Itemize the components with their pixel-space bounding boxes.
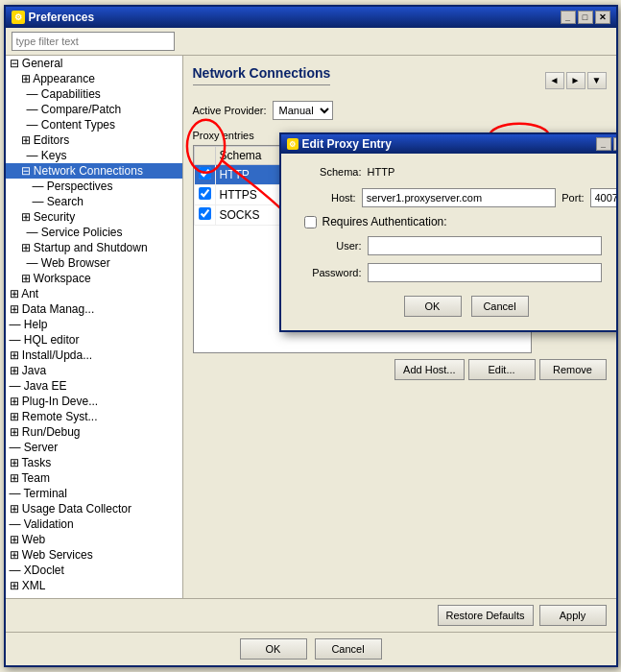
- dialog-schema-label: Schema:: [295, 166, 362, 178]
- main-content: ⊟ General ⊞ Appearance — Capabilities — …: [6, 56, 616, 598]
- sidebar-item-team[interactable]: ⊞ Team: [6, 470, 182, 486]
- dialog-auth-row: Requires Authentication:: [295, 215, 616, 228]
- sidebar-item-editors[interactable]: ⊞ Editors: [6, 132, 182, 148]
- dialog-user-row: User:: [295, 236, 616, 255]
- sidebar-item-plugin-dev[interactable]: ⊞ Plug-In Deve...: [6, 394, 182, 409]
- ok-button[interactable]: OK: [240, 638, 307, 660]
- dialog-maximize-button[interactable]: □: [613, 137, 616, 151]
- minimize-button[interactable]: _: [561, 11, 576, 24]
- https-schema: HTTPS: [215, 185, 286, 205]
- titlebar: ⚙ Preferences _ □ ✕: [6, 7, 616, 28]
- sidebar-item-perspectives[interactable]: — Perspectives: [6, 179, 182, 194]
- apply-button[interactable]: Apply: [539, 605, 607, 626]
- filter-bar: [6, 28, 616, 56]
- dialog-content: Schema: HTTP ▶ Host: Port: Requir: [281, 154, 616, 330]
- add-host-button[interactable]: Add Host...: [394, 359, 464, 380]
- dialog-icon: ⚙: [287, 138, 299, 150]
- sidebar-item-terminal[interactable]: — Terminal: [6, 486, 182, 501]
- sidebar-item-workspace[interactable]: ⊞ Workspace: [6, 271, 182, 286]
- sidebar-item-ant[interactable]: ⊞ Ant: [6, 286, 182, 301]
- sidebar-item-web[interactable]: ⊞ Web: [6, 532, 182, 547]
- dialog-titlebar-controls: _ □ ✕: [596, 137, 616, 151]
- sidebar-item-comparepatch[interactable]: — Compare/Patch: [6, 102, 182, 117]
- dialog-host-label: Host:: [295, 192, 356, 204]
- titlebar-left: ⚙ Preferences: [12, 11, 95, 24]
- provider-row: Active Provider: Manual Direct: [193, 101, 607, 120]
- dropdown-nav-button[interactable]: ▼: [587, 72, 607, 89]
- https-checkbox[interactable]: [199, 187, 211, 200]
- dialog-schema-value: HTTP: [368, 166, 395, 178]
- dialog-auth-checkbox[interactable]: [304, 216, 317, 228]
- col-schema: [194, 147, 215, 165]
- sidebar-item-capabilities[interactable]: — Capabilities: [6, 86, 182, 102]
- filter-input[interactable]: [12, 32, 175, 51]
- sidebar-item-remote-sys[interactable]: ⊞ Remote Syst...: [6, 409, 182, 424]
- dialog-auth-label: Requires Authentication:: [322, 215, 447, 228]
- sidebar-item-java[interactable]: ⊞ Java: [6, 363, 182, 378]
- dialog-password-row: Password:: [295, 263, 616, 282]
- sidebar: ⊟ General ⊞ Appearance — Capabilities — …: [6, 56, 183, 598]
- window-icon: ⚙: [12, 11, 25, 24]
- sidebar-item-server[interactable]: — Server: [6, 440, 182, 455]
- sidebar-item-hql-editor[interactable]: — HQL editor: [6, 332, 182, 348]
- dialog-port-label: Port:: [561, 192, 584, 204]
- back-button[interactable]: ◄: [545, 72, 564, 89]
- maximize-button[interactable]: □: [578, 11, 593, 24]
- window-title: Preferences: [29, 11, 95, 24]
- right-panel: Network Connections ◄ ► ▼ Active Provide…: [183, 56, 616, 598]
- sidebar-item-network-connections[interactable]: ⊟ Network Connections: [6, 163, 182, 179]
- sidebar-item-web-services[interactable]: ⊞ Web Services: [6, 547, 182, 563]
- titlebar-controls: _ □ ✕: [561, 11, 610, 24]
- dialog-user-label: User:: [295, 240, 362, 252]
- sidebar-item-validation[interactable]: — Validation: [6, 516, 182, 532]
- bottom-buttons: Restore Defaults Apply: [6, 598, 616, 632]
- dialog-port-input[interactable]: [590, 188, 616, 207]
- sidebar-item-web-browser[interactable]: — Web Browser: [6, 255, 182, 271]
- cancel-button[interactable]: Cancel: [315, 638, 382, 660]
- remove-button[interactable]: Remove: [539, 359, 607, 380]
- dialog-cancel-button[interactable]: Cancel: [471, 296, 529, 317]
- sidebar-item-keys[interactable]: — Keys: [6, 148, 182, 163]
- provider-label: Active Provider:: [193, 105, 267, 116]
- sidebar-item-help[interactable]: — Help: [6, 317, 182, 332]
- restore-defaults-button[interactable]: Restore Defaults: [438, 605, 534, 626]
- sidebar-item-content-types[interactable]: — Content Types: [6, 117, 182, 132]
- nav-arrows: ◄ ► ▼: [545, 72, 607, 89]
- sidebar-item-search[interactable]: — Search: [6, 194, 182, 209]
- dialog-password-input[interactable]: [368, 263, 602, 282]
- dialog-buttons: OK Cancel: [295, 290, 616, 321]
- dialog-user-input[interactable]: [368, 236, 602, 255]
- sidebar-item-usage-data[interactable]: ⊞ Usage Data Collector: [6, 501, 182, 516]
- ok-cancel-row: OK Cancel: [6, 632, 616, 665]
- sidebar-item-service-policies[interactable]: — Service Policies: [6, 225, 182, 240]
- sidebar-item-xml[interactable]: ⊞ XML: [6, 578, 182, 593]
- panel-title: Network Connections: [193, 65, 331, 85]
- http-schema: HTTP: [215, 165, 286, 185]
- sidebar-item-java-ee[interactable]: — Java EE: [6, 378, 182, 394]
- dialog-schema-row: Schema: HTTP ▶: [295, 163, 616, 180]
- sidebar-item-data-manag[interactable]: ⊞ Data Manag...: [6, 301, 182, 317]
- provider-select[interactable]: Manual Direct: [273, 101, 333, 120]
- sidebar-item-run-debug[interactable]: ⊞ Run/Debug: [6, 424, 182, 440]
- dialog-ok-button[interactable]: OK: [404, 296, 462, 317]
- dialog-minimize-button[interactable]: _: [596, 137, 611, 151]
- sidebar-item-general[interactable]: ⊟ General: [6, 56, 182, 71]
- forward-button[interactable]: ►: [566, 72, 585, 89]
- dialog-password-label: Password:: [295, 267, 362, 278]
- dialog-host-input[interactable]: [362, 188, 557, 207]
- sidebar-item-security[interactable]: ⊞ Security: [6, 209, 182, 225]
- dialog-titlebar: ⚙ Edit Proxy Entry _ □ ✕: [281, 134, 616, 154]
- socks-checkbox[interactable]: [199, 207, 211, 220]
- sidebar-item-startup[interactable]: ⊞ Startup and Shutdown: [6, 240, 182, 255]
- dialog-title: Edit Proxy Entry: [302, 137, 392, 151]
- sidebar-item-xdoclet[interactable]: — XDoclet: [6, 563, 182, 578]
- sidebar-item-install[interactable]: ⊞ Install/Upda...: [6, 348, 182, 363]
- http-checkbox[interactable]: [199, 167, 211, 180]
- preferences-window: ⚙ Preferences _ □ ✕ ⊟ General ⊞ Appearan…: [4, 5, 618, 667]
- close-button[interactable]: ✕: [595, 11, 610, 24]
- dialog-host-row: Host: Port:: [295, 188, 616, 207]
- sidebar-item-tasks[interactable]: ⊞ Tasks: [6, 455, 182, 470]
- edit2-button[interactable]: Edit...: [468, 359, 536, 380]
- dialog-overlay: ⚙ Edit Proxy Entry _ □ ✕ Schema: HTTP: [279, 132, 616, 332]
- sidebar-item-appearance[interactable]: ⊞ Appearance: [6, 71, 182, 86]
